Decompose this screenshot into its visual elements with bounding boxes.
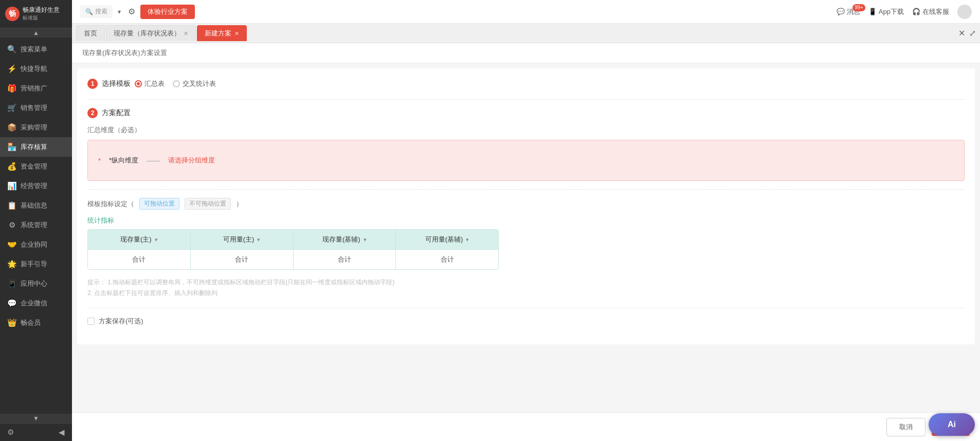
sidebar-item-finance[interactable]: 💰 资金管理 xyxy=(0,157,72,176)
sidebar-item-label: 应用中心 xyxy=(21,279,47,288)
step2-section: 2 方案配置 汇总维度（必选） * *纵向维度 —— 请选择分组维度 模板指标设… xyxy=(87,108,965,298)
cell-0-1: 合计 xyxy=(191,250,294,269)
tab-new-plan[interactable]: 新建方案 ✕ xyxy=(197,25,247,41)
sidebar-item-cooperation[interactable]: 🤝 企业协同 xyxy=(0,235,72,254)
col-header-3[interactable]: 可用量(基辅) ▾ xyxy=(396,230,498,249)
sidebar-item-purchase[interactable]: 📦 采购管理 xyxy=(0,118,72,137)
finance-icon: 💰 xyxy=(7,162,16,171)
dimension-area[interactable]: * *纵向维度 —— 请选择分组维度 xyxy=(87,140,965,181)
sidebar-scroll-down[interactable]: ▼ xyxy=(0,414,72,423)
app-download-btn[interactable]: 📱 App下载 xyxy=(868,7,904,16)
topbar-gear[interactable]: ⚙ xyxy=(128,7,135,16)
dim-divider xyxy=(87,189,965,190)
cell-0-3: 合计 xyxy=(396,250,498,269)
sidebar-item-label: 快捷导航 xyxy=(21,64,47,74)
sidebar-item-label: 销售管理 xyxy=(21,103,47,113)
template-indicator: 模板指标设定（ 可拖动位置 不可拖动位置 ） xyxy=(87,198,965,210)
template-indicator-suffix: ） xyxy=(236,199,243,209)
footer-bar: 取消 查询 xyxy=(72,412,980,441)
col-chevron-3[interactable]: ▾ xyxy=(466,236,469,243)
topbar-dropdown[interactable]: ▾ xyxy=(118,8,121,15)
step1-header: 1 选择模板 汇总表 交叉统计表 xyxy=(87,79,965,89)
basic-icon: 📋 xyxy=(7,201,16,210)
download-icon: 📱 xyxy=(868,8,877,15)
sidebar-item-label: 营销推广 xyxy=(21,84,47,93)
sidebar-item-system[interactable]: ⚙ 系统管理 xyxy=(0,215,72,235)
sidebar-item-label: 企业协同 xyxy=(21,240,47,249)
col-header-0[interactable]: 现存量(主) ▾ xyxy=(88,230,191,249)
col-header-2[interactable]: 现存量(基辅) ▾ xyxy=(294,230,396,249)
sales-icon: 🛒 xyxy=(7,103,16,113)
step2-title: 方案配置 xyxy=(102,108,131,118)
sidebar-item-management[interactable]: 📊 经营管理 xyxy=(0,176,72,196)
search-icon: 🔍 xyxy=(7,45,16,54)
sidebar-item-member[interactable]: 👑 畅会员 xyxy=(0,313,72,333)
wechat-icon: 💬 xyxy=(7,299,16,308)
user-avatar[interactable] xyxy=(957,5,972,19)
radio-summary[interactable]: 汇总表 xyxy=(135,79,165,88)
newbie-icon: 🌟 xyxy=(7,260,16,269)
tab-new-plan-label: 新建方案 xyxy=(205,29,231,38)
radio-cross[interactable]: 交叉统计表 xyxy=(173,79,216,88)
sidebar-item-label: 库存核算 xyxy=(21,142,47,152)
messages-btn[interactable]: 💬 消息 99+ xyxy=(837,7,860,16)
col-chevron-2[interactable]: ▾ xyxy=(364,236,367,243)
draggable-badge: 可拖动位置 xyxy=(139,198,179,210)
collapse-icon[interactable]: ◀ xyxy=(59,428,65,437)
sidebar-item-label: 畅会员 xyxy=(21,318,41,327)
radio-summary-circle xyxy=(135,80,142,87)
shortcut-icon: ⚡ xyxy=(7,64,16,74)
window-controls: ✕ ⤢ xyxy=(958,28,976,38)
sidebar-item-label: 搜索菜单 xyxy=(21,45,47,54)
stats-label: 统计指标 xyxy=(87,216,965,225)
col-label-1: 可用量(主) xyxy=(223,235,255,244)
cancel-button[interactable]: 取消 xyxy=(886,418,925,436)
settings-icon[interactable]: ⚙ xyxy=(7,428,14,437)
tab-inventory-label: 现存量（库存状况表） xyxy=(114,29,180,38)
col-chevron-0[interactable]: ▾ xyxy=(155,236,158,243)
tab-new-plan-close[interactable]: ✕ xyxy=(234,30,239,37)
sidebar-item-basic[interactable]: 📋 基础信息 xyxy=(0,196,72,215)
stats-table: 现存量(主) ▾ 可用量(主) ▾ 现存量(基辅) ▾ 可用量(基辅) xyxy=(87,229,499,270)
tab-inventory[interactable]: 现存量（库存状况表） ✕ xyxy=(106,25,196,41)
col-header-1[interactable]: 可用量(主) ▾ xyxy=(191,230,294,249)
app-download-label: App下载 xyxy=(879,7,904,16)
tab-home[interactable]: 首页 xyxy=(76,25,105,41)
save-option-label: 方案保存(可选) xyxy=(99,317,143,326)
content-area: 现存量(库存状况表)方案设置 1 选择模板 汇总表 xyxy=(72,43,980,412)
headset-icon: 🎧 xyxy=(912,8,920,15)
ai-float-button[interactable]: Ai xyxy=(929,413,975,436)
close-panel-icon[interactable]: ✕ xyxy=(958,28,965,38)
stats-table-row-0: 合计 合计 合计 合计 xyxy=(88,249,498,269)
dimension-dash: —— xyxy=(147,157,160,164)
expand-icon[interactable]: ⤢ xyxy=(969,28,976,38)
search-box[interactable]: 🔍 搜索 xyxy=(80,5,113,18)
step2-badge: 2 xyxy=(87,108,98,118)
step-divider-1 xyxy=(87,99,965,100)
sidebar-bottom: ⚙ ◀ xyxy=(0,423,72,441)
sidebar-item-sales[interactable]: 🛒 销售管理 xyxy=(0,98,72,118)
tab-inventory-close[interactable]: ✕ xyxy=(184,30,188,37)
col-chevron-1[interactable]: ▾ xyxy=(257,236,260,243)
sidebar-item-shortcut[interactable]: ⚡ 快捷导航 xyxy=(0,59,72,79)
sidebar-item-label: 基础信息 xyxy=(21,201,47,210)
step1-badge: 1 xyxy=(87,79,98,89)
sidebar-item-marketing[interactable]: 🎁 营销推广 xyxy=(0,79,72,98)
sidebar-item-label: 经营管理 xyxy=(21,181,47,191)
trial-btn[interactable]: 体验行业方案 xyxy=(140,5,195,19)
sidebar-nav: 🔍 搜索菜单 ⚡ 快捷导航 🎁 营销推广 🛒 销售管理 📦 采购管理 🏪 库存核… xyxy=(0,38,72,414)
customer-service-btn[interactable]: 🎧 在线客服 xyxy=(912,7,949,16)
sidebar-scroll-up[interactable]: ▲ xyxy=(0,28,72,38)
sidebar-item-wechat[interactable]: 💬 企业微信 xyxy=(0,293,72,313)
non-draggable-badge: 不可拖动位置 xyxy=(185,198,231,210)
save-checkbox[interactable] xyxy=(87,318,95,325)
radio-cross-label: 交叉统计表 xyxy=(183,79,216,88)
sidebar-item-search[interactable]: 🔍 搜索菜单 xyxy=(0,40,72,59)
cooperation-icon: 🤝 xyxy=(7,240,16,249)
main-content: 🔍 搜索 ▾ ⚙ 体验行业方案 💬 消息 99+ 📱 App下载 🎧 在线客服 xyxy=(72,0,980,441)
sidebar-item-apps[interactable]: 📱 应用中心 xyxy=(0,274,72,293)
sidebar-item-newbie[interactable]: 🌟 新手引导 xyxy=(0,254,72,274)
sidebar-item-inventory[interactable]: 🏪 库存核算 xyxy=(0,137,72,157)
tip-0: 提示： 1.拖动标题栏可以调整布局，不可跨维度或指标区域拖动栏目字段(只能在同一… xyxy=(87,278,965,287)
search-icon: 🔍 xyxy=(85,8,93,15)
